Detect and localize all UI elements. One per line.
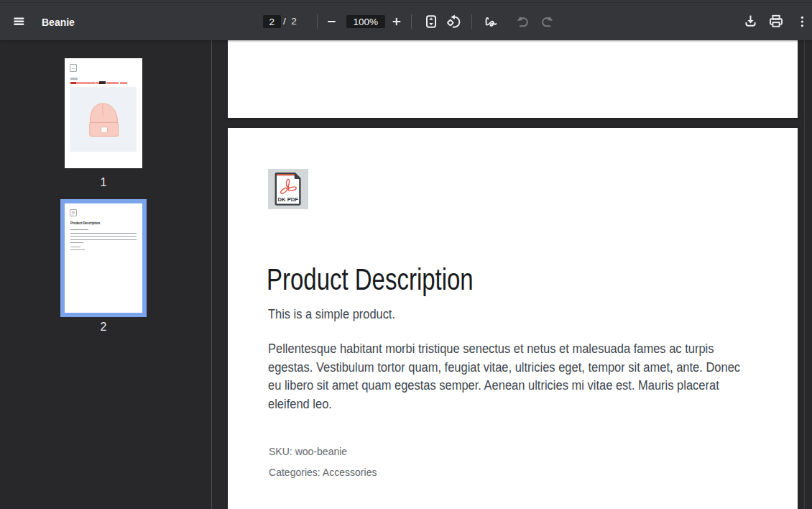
svg-text:DK PDF: DK PDF: [278, 196, 299, 203]
